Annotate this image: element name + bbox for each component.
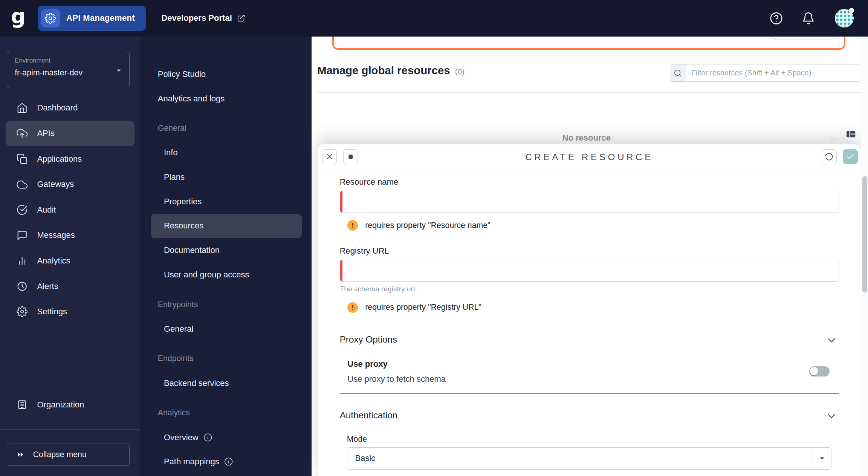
use-proxy-toggle[interactable] xyxy=(809,366,830,377)
api-menu-item-analytics-and-logs[interactable]: Analytics and logs xyxy=(140,86,312,111)
warning-icon: ! xyxy=(347,302,358,313)
sidebar-item-dashboard[interactable]: Dashboard xyxy=(0,95,140,121)
api-menu-section-entrypoints: Entrypoints xyxy=(140,292,312,317)
message-icon xyxy=(17,230,28,241)
sidebar-item-label: Analytics xyxy=(37,256,70,266)
bar-chart-icon xyxy=(17,255,28,266)
resource-name-input[interactable] xyxy=(340,191,839,213)
portal-label: Developers Portal xyxy=(161,13,232,23)
api-menu-item-documentation[interactable]: Documentation xyxy=(140,238,312,263)
info-icon[interactable] xyxy=(203,433,212,442)
mode-select-value: Basic xyxy=(347,453,813,463)
api-menu-item-path-mappings[interactable]: Path mappings xyxy=(140,450,312,474)
environment-label: Environment xyxy=(15,57,121,64)
sidebar-item-label: Gateways xyxy=(37,179,74,189)
registry-url-label: Registry URL xyxy=(340,246,389,256)
close-dialog-button[interactable] xyxy=(322,149,337,164)
developers-portal-link[interactable]: Developers Portal xyxy=(161,13,245,23)
app-root: g API Management Developers Portal xyxy=(0,0,868,476)
registry-url-hint: The schema registry url. xyxy=(340,285,417,293)
check-icon xyxy=(846,152,855,161)
api-menu-section-general: General xyxy=(140,116,312,141)
mode-label: Mode xyxy=(347,435,367,444)
api-menu-item-properties[interactable]: Properties xyxy=(140,189,312,214)
create-resource-dialog: CREATE RESOURCE Resource name ! requires xyxy=(317,144,861,476)
menu-item-label: Overview xyxy=(164,433,199,442)
menu-item-label: Path mappings xyxy=(164,457,219,467)
sidebar-item-settings[interactable]: Settings xyxy=(0,299,140,324)
sidebar-item-label: Dashboard xyxy=(37,103,78,113)
clock-icon xyxy=(17,281,28,292)
home-icon xyxy=(17,103,28,113)
sidebar-item-gateways[interactable]: Gateways xyxy=(0,171,140,197)
api-menu-item-entrypoints-general[interactable]: General xyxy=(140,317,312,341)
menu-item-label: Plans xyxy=(164,172,185,182)
sidebar-item-label: Settings xyxy=(37,307,67,317)
gear-chip xyxy=(41,9,60,28)
mode-select[interactable]: Basic xyxy=(347,447,831,470)
filter-resources-input[interactable] xyxy=(686,64,861,81)
resource-name-field xyxy=(340,191,839,213)
gear-icon xyxy=(45,13,56,24)
deployment-banner xyxy=(332,37,845,50)
proxy-options-section-label: Proxy Options xyxy=(340,334,397,345)
sidebar-item-alerts[interactable]: Alerts xyxy=(0,274,140,299)
use-proxy-hint: Use proxy to fetch schema xyxy=(347,374,446,384)
scrollbar-track xyxy=(861,37,868,476)
api-menu-item-info[interactable]: Info xyxy=(140,141,312,165)
section-label: Endpoints xyxy=(158,354,194,363)
notifications-button[interactable] xyxy=(802,12,815,25)
api-menu-item-overview[interactable]: Overview xyxy=(140,425,312,450)
building-icon xyxy=(17,399,28,410)
check-circle-icon xyxy=(17,204,28,215)
error-text: requires property "Registry URL" xyxy=(365,303,481,312)
api-menu-section-endpoints: Endpoints xyxy=(140,347,312,371)
api-menu-item-user-and-group-access[interactable]: User and group access xyxy=(140,262,312,287)
collapse-menu-label: Collapse menu xyxy=(33,450,87,459)
sidebar-item-organization[interactable]: Organization xyxy=(0,392,140,418)
warning-icon: ! xyxy=(347,220,358,231)
sidebar-divider xyxy=(0,380,140,380)
menu-item-label: Policy Studio xyxy=(158,69,206,79)
help-button[interactable] xyxy=(770,12,783,25)
collapse-menu-button[interactable]: Collapse menu xyxy=(7,444,130,466)
resource-name-error: ! requires property "Resource name" xyxy=(347,220,490,231)
user-avatar[interactable] xyxy=(835,9,854,28)
menu-item-label: Documentation xyxy=(164,245,220,255)
external-link-icon xyxy=(237,14,245,22)
gravitee-logo[interactable]: g xyxy=(10,6,26,27)
sidebar-item-applications[interactable]: Applications xyxy=(0,146,140,172)
save-resource-button[interactable] xyxy=(843,149,858,164)
menu-item-label: Properties xyxy=(164,197,202,207)
api-menu-item-resources[interactable]: Resources xyxy=(151,214,302,238)
api-menu-item-plans[interactable]: Plans xyxy=(140,165,312,190)
sidebar-item-analytics[interactable]: Analytics xyxy=(0,248,140,274)
sidebar-nav: Dashboard APIs Applications Gateways Aud… xyxy=(0,95,140,324)
chevron-down-icon[interactable] xyxy=(825,334,837,346)
registry-url-input[interactable] xyxy=(340,260,839,282)
expand-panel-button[interactable] xyxy=(343,149,358,164)
environment-selector[interactable]: Environment fr-apim-master-dev xyxy=(7,51,130,88)
api-menu-item-policy-studio[interactable]: Policy Studio xyxy=(140,62,312,87)
sidebar-divider xyxy=(0,429,140,430)
main-sidebar: Environment fr-apim-master-dev Dashboard… xyxy=(0,37,140,476)
more-options-icon[interactable] xyxy=(828,136,838,142)
sidebar-item-messages[interactable]: Messages xyxy=(0,223,140,248)
error-text: requires property "Resource name" xyxy=(365,221,490,230)
api-management-button[interactable]: API Management xyxy=(38,6,146,31)
table-view-icon[interactable] xyxy=(844,129,857,139)
scrollbar-thumb[interactable] xyxy=(862,176,867,292)
dialog-title: CREATE RESOURCE xyxy=(318,144,861,170)
api-menu: Policy Studio Analytics and logs General… xyxy=(140,37,312,476)
banner-action-button[interactable] xyxy=(772,37,835,40)
reset-form-button[interactable] xyxy=(822,149,837,164)
search-iconbox xyxy=(670,64,686,81)
sidebar-item-label: Audit xyxy=(37,205,56,215)
sidebar-item-audit[interactable]: Audit xyxy=(0,197,140,223)
info-icon[interactable] xyxy=(224,457,233,466)
sidebar-item-apis[interactable]: APIs xyxy=(6,121,134,146)
avatar-status-badge xyxy=(849,8,854,14)
filter-resources-field xyxy=(670,64,861,82)
chevron-down-icon[interactable] xyxy=(825,410,837,422)
api-menu-item-backend-services[interactable]: Backend services xyxy=(140,371,312,395)
